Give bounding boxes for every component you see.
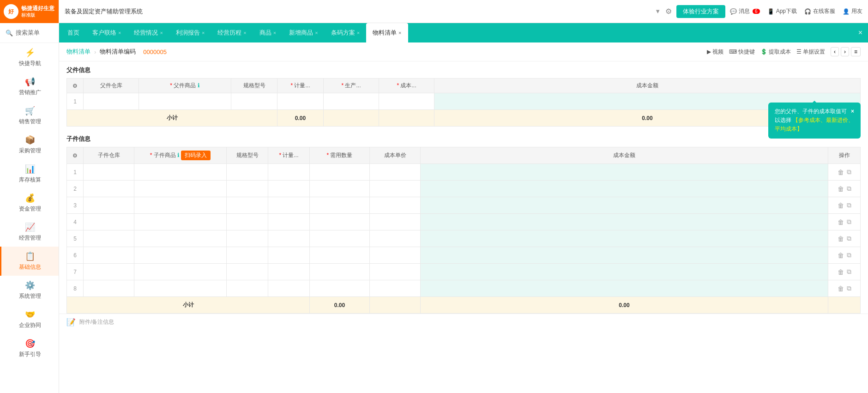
sidebar-item-quick-nav[interactable]: ⚡ 快捷导航 <box>0 43 59 72</box>
child-spec-cell[interactable] <box>227 230 268 247</box>
child-spec-cell[interactable] <box>227 280 268 297</box>
tab-profit-report[interactable]: 利润报告 × <box>169 23 211 42</box>
copy-icon[interactable]: ⧉ <box>847 168 851 176</box>
child-quantity-cell[interactable] <box>310 230 370 247</box>
tab-operation-history[interactable]: 经营历程 × <box>211 23 253 42</box>
child-product-cell[interactable] <box>134 247 227 264</box>
child-th-settings[interactable]: ⚙ <box>67 147 84 164</box>
delete-icon[interactable]: 🗑 <box>838 185 844 193</box>
sidebar-item-sales[interactable]: 🛒 销售管理 <box>0 101 59 130</box>
child-unit-cell[interactable] <box>268 230 310 247</box>
child-unit-cost-cell[interactable] <box>370 214 421 230</box>
child-warehouse-cell[interactable] <box>84 164 134 181</box>
copy-icon[interactable]: ⧉ <box>847 185 851 193</box>
breadcrumb-parent[interactable]: 物料清单 <box>66 48 90 56</box>
child-product-cell[interactable] <box>134 214 227 230</box>
gear-icon[interactable]: ⚙ <box>665 7 672 16</box>
parent-product-cell[interactable] <box>139 93 231 110</box>
delete-icon[interactable]: 🗑 <box>838 235 844 242</box>
child-warehouse-cell[interactable] <box>84 247 134 264</box>
copy-icon[interactable]: ⧉ <box>847 201 851 209</box>
child-spec-cell[interactable] <box>227 164 268 181</box>
sidebar-item-finance[interactable]: 💰 资金管理 <box>0 188 59 218</box>
tab-new-product[interactable]: 新增商品 × <box>283 23 324 42</box>
copy-icon[interactable]: ⧉ <box>847 251 851 259</box>
search-menu-button[interactable]: 🔍 搜索菜单 <box>4 27 55 39</box>
delete-icon[interactable]: 🗑 <box>838 285 844 292</box>
extract-cost-button[interactable]: 💲 提取成本 <box>760 48 791 56</box>
child-product-cell[interactable] <box>134 230 227 247</box>
child-spec-cell[interactable] <box>227 264 268 280</box>
nav-close-all-button[interactable]: × <box>855 29 866 37</box>
delete-icon[interactable]: 🗑 <box>838 202 844 209</box>
child-warehouse-cell[interactable] <box>84 181 134 197</box>
trial-button[interactable]: 体验行业方案 <box>676 5 725 18</box>
child-unit-cell[interactable] <box>268 197 310 214</box>
copy-icon[interactable]: ⧉ <box>847 284 851 292</box>
child-warehouse-cell[interactable] <box>84 230 134 247</box>
tab-product-close[interactable]: × <box>273 30 276 36</box>
parent-spec-cell[interactable] <box>231 93 277 110</box>
parent-production-cell[interactable] <box>324 93 379 110</box>
child-quantity-cell[interactable] <box>310 197 370 214</box>
child-product-cell[interactable] <box>134 264 227 280</box>
tab-operation-status[interactable]: 经营情况 × <box>127 23 169 42</box>
tab-customer-close[interactable]: × <box>118 30 121 36</box>
sidebar-item-enterprise[interactable]: 🤝 企业协同 <box>0 305 59 334</box>
nav-next-button[interactable]: › <box>841 47 849 56</box>
delete-icon[interactable]: 🗑 <box>838 218 844 226</box>
tab-barcode[interactable]: 条码方案 × <box>325 23 366 42</box>
delete-icon[interactable]: 🗑 <box>838 252 844 259</box>
tab-bom[interactable]: 物料清单 × <box>366 23 408 42</box>
tab-home[interactable]: 首页 <box>61 23 86 42</box>
child-product-cell[interactable] <box>134 280 227 297</box>
scan-input-button[interactable]: 扫码录入 <box>181 151 211 160</box>
child-unit-cost-cell[interactable] <box>370 264 421 280</box>
parent-unit-cell[interactable] <box>277 93 324 110</box>
child-unit-cell[interactable] <box>268 264 310 280</box>
child-quantity-cell[interactable] <box>310 280 370 297</box>
child-unit-cell[interactable] <box>268 164 310 181</box>
tab-profit-report-close[interactable]: × <box>202 30 205 36</box>
child-warehouse-cell[interactable] <box>84 197 134 214</box>
child-warehouse-cell[interactable] <box>84 264 134 280</box>
child-unit-cost-cell[interactable] <box>370 197 421 214</box>
tab-product[interactable]: 商品 × <box>253 23 283 42</box>
tab-operation-history-close[interactable]: × <box>243 30 246 36</box>
copy-icon[interactable]: ⧉ <box>847 268 851 276</box>
sidebar-item-system[interactable]: ⚙️ 系统管理 <box>0 276 59 305</box>
parent-cost-cell[interactable] <box>379 93 434 110</box>
delete-icon[interactable]: 🗑 <box>838 169 844 176</box>
child-warehouse-cell[interactable] <box>84 214 134 230</box>
child-unit-cell[interactable] <box>268 214 310 230</box>
child-quantity-cell[interactable] <box>310 214 370 230</box>
child-quantity-cell[interactable] <box>310 164 370 181</box>
copy-icon[interactable]: ⧉ <box>847 218 851 226</box>
nav-menu-button[interactable]: ≡ <box>851 47 861 56</box>
parent-warehouse-cell[interactable] <box>84 93 139 110</box>
sidebar-item-operation[interactable]: 📈 经营管理 <box>0 218 59 247</box>
copy-icon[interactable]: ⧉ <box>847 235 851 242</box>
child-unit-cost-cell[interactable] <box>370 247 421 264</box>
child-unit-cell[interactable] <box>268 181 310 197</box>
tooltip-close-button[interactable]: × <box>851 107 854 116</box>
child-unit-cell[interactable] <box>268 247 310 264</box>
child-unit-cost-cell[interactable] <box>370 164 421 181</box>
tab-operation-status-close[interactable]: × <box>160 30 163 36</box>
child-spec-cell[interactable] <box>227 247 268 264</box>
child-quantity-cell[interactable] <box>310 181 370 197</box>
child-spec-cell[interactable] <box>227 214 268 230</box>
delete-icon[interactable]: 🗑 <box>838 268 844 276</box>
sidebar-item-purchase[interactable]: 📦 采购管理 <box>0 130 59 159</box>
shortcut-button[interactable]: ⌨ 快捷键 <box>729 48 755 56</box>
child-unit-cell[interactable] <box>268 280 310 297</box>
child-spec-cell[interactable] <box>227 197 268 214</box>
online-service-button[interactable]: 🎧 在线客服 <box>804 7 835 15</box>
sidebar-item-basic-info[interactable]: 📋 基础信息 <box>0 247 59 276</box>
nav-prev-button[interactable]: ‹ <box>831 47 839 56</box>
view-video-button[interactable]: ▶ 视频 <box>707 48 723 56</box>
user-menu[interactable]: 👤 用友 <box>843 7 862 15</box>
child-unit-cost-cell[interactable] <box>370 230 421 247</box>
child-unit-cost-cell[interactable] <box>370 280 421 297</box>
child-product-cell[interactable] <box>134 164 227 181</box>
